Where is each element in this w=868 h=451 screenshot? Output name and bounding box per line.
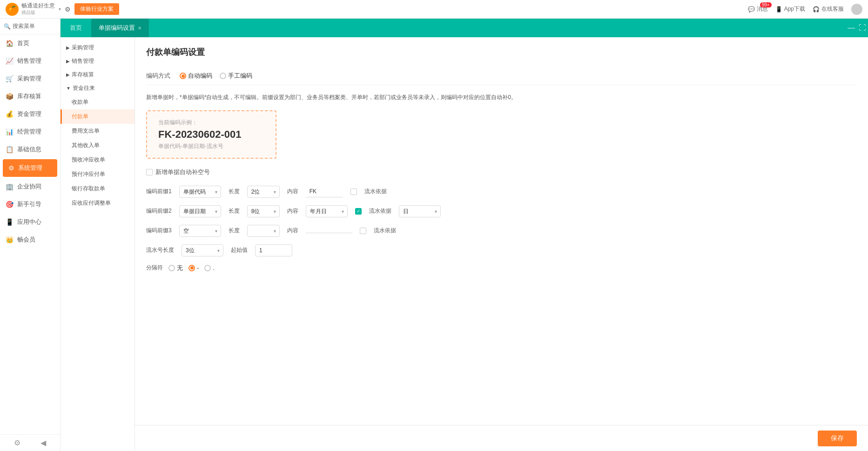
message-badge: 99+: [760, 2, 772, 7]
prefix2-content-select[interactable]: 年月日: [306, 205, 348, 217]
app-download-label: App下载: [784, 5, 805, 13]
separator-dash-radio[interactable]: -: [188, 264, 199, 271]
sidebar-item-member[interactable]: 👑 畅会员: [0, 231, 60, 249]
prefix3-serial-checkbox[interactable]: [360, 228, 366, 234]
app-download-btn[interactable]: 📱 App下载: [775, 5, 805, 13]
message-icon: 💬: [748, 6, 755, 13]
sidebar-item-label: 库存核算: [17, 92, 41, 101]
prefix2-serial-checkbox[interactable]: ✓: [355, 208, 362, 215]
sub-nav-item-receipt[interactable]: 收款单: [61, 95, 135, 109]
main: 首页 单据编码设置 ✕ — ⛶ ▶ 采购管理 ▶ 销售管理 ▶ 库存核算: [61, 19, 868, 451]
dropdown-arrow-icon[interactable]: ▾: [59, 7, 61, 12]
separator-dash-circle: [188, 265, 195, 271]
auto-code-label: 自动编码: [188, 72, 212, 80]
inventory-icon: 📦: [6, 93, 13, 100]
newbie-icon: 🎯: [6, 201, 13, 208]
chevron-right-icon: ▶: [66, 72, 70, 77]
sidebar-item-apps[interactable]: 📱 应用中心: [0, 213, 60, 231]
prefix2-select[interactable]: 单据日期: [179, 205, 221, 217]
code-preview-value: FK-20230602-001: [158, 128, 264, 141]
auto-code-radio-circle: [180, 73, 186, 79]
sub-nav-item-advance-payment[interactable]: 预付冲应付单: [61, 167, 135, 182]
prefix1-length-select[interactable]: 2位: [247, 186, 280, 198]
experience-btn[interactable]: 体验行业方案: [74, 3, 119, 15]
tab-close-icon[interactable]: ✕: [138, 26, 141, 31]
prefix3-content-label: 内容: [287, 227, 298, 235]
serial-length-select[interactable]: 3位: [182, 244, 223, 256]
prefix2-length-wrapper: 8位: [247, 205, 280, 217]
save-button[interactable]: 保存: [818, 431, 857, 446]
auto-code-radio[interactable]: 自动编码: [180, 72, 212, 80]
sub-nav-sales-mgmt[interactable]: ▶ 销售管理: [61, 54, 135, 68]
sidebar-item-purchase[interactable]: 🛒 采购管理: [0, 70, 60, 88]
tab-home[interactable]: 首页: [62, 19, 89, 37]
sidebar-search-label: 搜索菜单: [13, 22, 35, 30]
message-btn[interactable]: 💬 消息 99+: [748, 5, 768, 13]
start-value-input[interactable]: [255, 244, 292, 256]
sidebar-item-label: 资金管理: [17, 110, 41, 118]
tab-serial-setting[interactable]: 单据编码设置 ✕: [91, 19, 149, 37]
brand-sub: 插品版: [21, 9, 55, 16]
prefix1-serial-label: 流水依据: [364, 188, 387, 195]
prefix2-length-select[interactable]: 8位: [247, 205, 280, 217]
prefix2-period-select[interactable]: 日: [399, 205, 441, 217]
app-download-icon: 📱: [775, 6, 782, 13]
prefix1-serial-checkbox[interactable]: [350, 188, 357, 195]
sidebar-search[interactable]: 🔍 搜索菜单: [0, 19, 60, 34]
collapse-icon[interactable]: ◀: [40, 438, 46, 447]
sidebar-item-basic[interactable]: 📋 基础信息: [0, 141, 60, 158]
sidebar-item-operations[interactable]: 📊 经营管理: [0, 123, 60, 141]
sidebar-item-inventory[interactable]: 📦 库存核算: [0, 88, 60, 105]
sidebar-item-newbie[interactable]: 🎯 新手引导: [0, 195, 60, 213]
sub-nav-inventory-calc[interactable]: ▶ 库存核算: [61, 68, 135, 81]
sub-nav-item-ar-ap-adjust[interactable]: 应收应付调整单: [61, 196, 135, 210]
avatar[interactable]: [851, 4, 862, 15]
system-icon: ⚙: [8, 164, 14, 172]
chevron-down-icon: ▼: [66, 86, 71, 91]
sidebar-item-sales[interactable]: 📈 销售管理: [0, 52, 60, 70]
settings-bottom-icon[interactable]: ⚙: [14, 438, 20, 447]
sidebar-item-finance[interactable]: 💰 资金管理: [0, 105, 60, 123]
sub-nav: ▶ 采购管理 ▶ 销售管理 ▶ 库存核算 ▼ 资金往来 收款单 付款单 费用支出…: [61, 37, 135, 451]
separator-none-circle: [168, 265, 175, 271]
prefix2-content-wrapper: 年月日: [306, 205, 348, 217]
separator-none-radio[interactable]: 无: [168, 264, 183, 272]
separator-dot-label: .: [213, 264, 215, 271]
manual-code-radio[interactable]: 手工编码: [220, 72, 252, 80]
brand-name: 畅通道好生意: [21, 2, 55, 10]
brand-text-block: 畅通道好生意 插品版: [21, 2, 55, 16]
info-text: 新增单据时，*单据编码*自动生成，不可编辑。前缀设置为部门、业务员等档案类、开单…: [146, 93, 857, 103]
sub-nav-item-other-income[interactable]: 其他收入单: [61, 138, 135, 153]
sub-nav-item-expense[interactable]: 费用支出单: [61, 124, 135, 138]
sidebar-item-label: 企业协同: [17, 182, 41, 191]
manual-code-radio-circle: [220, 73, 226, 79]
sub-nav-item-bank-deposit[interactable]: 银行存取款单: [61, 182, 135, 196]
sidebar-item-home[interactable]: 🏠 首页: [0, 34, 60, 52]
prefix3-select[interactable]: 空: [179, 225, 221, 237]
online-service-btn[interactable]: 🎧 在线客服: [813, 5, 844, 13]
start-value-label: 起始值: [231, 246, 248, 254]
sub-nav-item-payment[interactable]: 付款单: [61, 109, 135, 124]
sub-nav-item-advance-collection[interactable]: 预收冲应收单: [61, 153, 135, 167]
prefix2-row: 编码前缀2 单据日期 长度 8位 内容: [146, 205, 857, 217]
sub-nav-capital-flow[interactable]: ▼ 资金往来: [61, 81, 135, 95]
sub-nav-group-label: 库存核算: [72, 71, 94, 79]
separator-dot-circle: [204, 265, 211, 271]
prefix1-select[interactable]: 单据代码: [179, 186, 221, 198]
gear-icon[interactable]: ⚙: [65, 6, 71, 13]
prefix2-period-wrapper: 日: [399, 205, 441, 217]
sidebar-item-enterprise[interactable]: 🏢 企业协同: [0, 178, 60, 195]
tab-maximize-icon[interactable]: ⛶: [859, 24, 866, 32]
auto-fill-checkbox[interactable]: [146, 169, 153, 175]
prefix2-label: 编码前缀2: [146, 207, 172, 215]
sidebar: 🔍 搜索菜单 🏠 首页 📈 销售管理 🛒 采购管理 📦 库存核算 💰 资金管理 …: [0, 19, 61, 451]
tab-minimize-icon[interactable]: —: [848, 24, 855, 32]
top-bar-right: 💬 消息 99+ 📱 App下载 🎧 在线客服: [748, 4, 862, 15]
separator-dot-radio[interactable]: .: [204, 264, 215, 271]
sidebar-item-label: 首页: [17, 39, 29, 47]
sub-nav-purchase-mgmt[interactable]: ▶ 采购管理: [61, 41, 135, 54]
prefix3-serial-label: 流水依据: [374, 227, 396, 235]
tab-serial-label: 单据编码设置: [99, 24, 135, 32]
prefix3-length-select[interactable]: [247, 225, 280, 237]
sidebar-item-system[interactable]: ⚙ 系统管理: [3, 159, 57, 177]
